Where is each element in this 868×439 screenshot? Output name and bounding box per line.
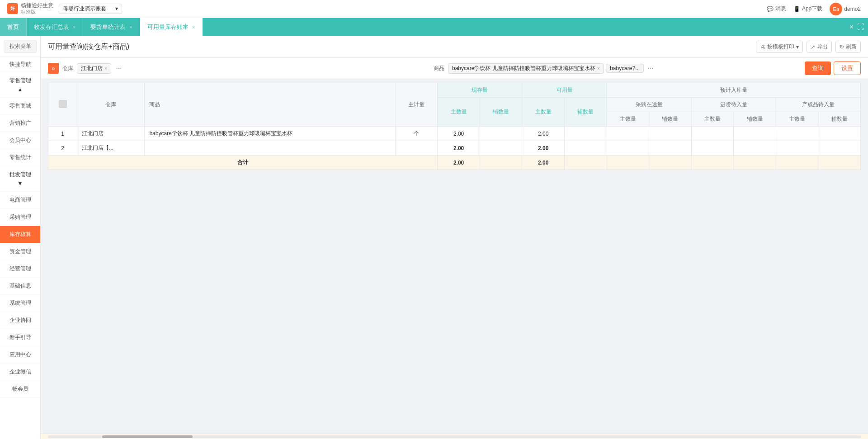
receipt-tab-label: 收发存汇总表 [34, 23, 69, 31]
search-menu-btn[interactable]: 搜索菜单 [4, 40, 37, 53]
filter-toggle-btn[interactable]: » [48, 63, 59, 74]
row1-current-aux [480, 127, 522, 141]
tab-available-stock[interactable]: 可用量库存账本 × [140, 18, 203, 36]
row2-production-main [776, 141, 818, 156]
setting-btn[interactable]: 设置 [834, 61, 861, 75]
export-label: 导出 [817, 43, 828, 51]
filter-toggle-icon: » [52, 65, 55, 72]
sidebar-item-member[interactable]: 畅会员 [0, 381, 40, 398]
tab-close-order[interactable]: × [129, 24, 132, 30]
total-avail-main: 2.00 [522, 156, 565, 170]
content-area: 可用量查询(按仓库+商品) 🖨 按模板打印 ▾ ↗ 导出 ↻ 刷新 [41, 36, 868, 439]
warehouse-filter-label: 仓库 [62, 65, 73, 72]
product-tag1-value: babycare学饮杯 儿童防摔防撞吸管杯重力球吸嘴杯宝宝水杯 [452, 65, 595, 72]
th-purchase-transit-aux: 辅数量 [649, 112, 692, 127]
export-btn[interactable]: ↗ 导出 [807, 41, 832, 53]
row2-purchase-aux [649, 141, 692, 156]
sidebar-quick-nav[interactable]: 快捷导航 [0, 57, 40, 72]
tab-receipt-summary[interactable]: 收发存汇总表 × [27, 18, 83, 36]
order-tab-label: 要货单统计表 [90, 23, 126, 31]
sidebar-item-retail-shop[interactable]: 零售商城 [0, 98, 40, 115]
refresh-btn[interactable]: ↻ 刷新 [835, 41, 861, 53]
settings-icon[interactable] [59, 100, 67, 108]
refresh-label: 刷新 [846, 43, 857, 51]
sidebar-item-purchase[interactable]: 采购管理 [0, 209, 40, 226]
sidebar-system-label: 系统管理 [9, 299, 31, 307]
avatar: Ea [830, 3, 842, 15]
print-arrow-icon: ▾ [796, 44, 799, 50]
row1-inbound-aux [734, 127, 776, 141]
sidebar-item-app-center[interactable]: 应用中心 [0, 346, 40, 363]
warehouse-tags: 江北门店 × ··· [77, 63, 430, 74]
tab-home[interactable]: 首页 [0, 18, 27, 36]
row2-avail-aux [565, 141, 607, 156]
row1-production-main [776, 127, 818, 141]
sidebar-operation-label: 经营管理 [9, 265, 31, 273]
row1-product: babycare学饮杯 儿童防摔防撞吸管杯重力球吸嘴杯宝宝水杯 [145, 127, 395, 141]
message-action[interactable]: 💬 消息 [767, 5, 786, 13]
th-current-main: 主数量 [438, 98, 480, 127]
sidebar-marketing-label: 营销推广 [9, 119, 31, 127]
data-table: 仓库 商品 主计量 现存量 可用量 预计入库量 主数量 辅数量 主数量 辅数量 … [48, 83, 861, 170]
sidebar-app-center-label: 应用中心 [9, 351, 31, 359]
export-icon: ↗ [811, 44, 815, 50]
th-available: 可用量 [522, 83, 607, 98]
th-settings [48, 83, 77, 127]
tab-bar-right: × ⛶ [846, 18, 868, 36]
sidebar-item-stock-check[interactable]: 库存核算 [0, 226, 40, 243]
tab-close-receipt[interactable]: × [73, 24, 75, 30]
sidebar-item-retail-stats[interactable]: 零售统计 [0, 149, 40, 166]
total-current-main: 2.00 [438, 156, 480, 170]
row2-unit [395, 141, 438, 156]
scroll-track[interactable] [48, 435, 861, 438]
tab-close-available[interactable]: × [192, 24, 195, 30]
row2-current-aux [480, 141, 522, 156]
tab-close-all-btn[interactable]: × [849, 23, 854, 31]
home-tab-label: 首页 [7, 23, 19, 31]
row1-avail-main: 2.00 [522, 127, 565, 141]
sidebar-item-enterprise-wechat[interactable]: 企业微信 [0, 363, 40, 381]
industry-label: 母婴行业演示账套 [63, 5, 106, 13]
app-download-action[interactable]: 📱 App下载 [793, 5, 822, 13]
industry-selector[interactable]: 母婴行业演示账套 ▾ [59, 4, 122, 14]
sidebar-item-new-guide[interactable]: 新手引导 [0, 329, 40, 346]
row2-production-aux [818, 141, 861, 156]
sidebar-item-wholesale-mgmt[interactable]: 批发管理 ▼ [0, 166, 40, 192]
query-btn[interactable]: 查询 [805, 61, 831, 75]
sidebar-wholesale-arrow: ▼ [18, 180, 23, 187]
sidebar-stock-check-label: 库存核算 [9, 231, 31, 238]
scroll-thumb[interactable] [102, 435, 193, 438]
sidebar-item-capital[interactable]: 资金管理 [0, 243, 40, 260]
row1-purchase-aux [649, 127, 692, 141]
row1-warehouse: 江北门店 [77, 127, 145, 141]
row2-inbound-aux [734, 141, 776, 156]
sidebar-item-member-center[interactable]: 会员中心 [0, 132, 40, 149]
th-purchase-transit-main: 主数量 [607, 112, 649, 127]
total-row: 合计 2.00 2.00 [48, 156, 861, 170]
sidebar-item-retail-mgmt[interactable]: 零售管理 ▲ [0, 72, 40, 98]
sidebar-item-marketing[interactable]: 营销推广 [0, 115, 40, 132]
sidebar-search-area: 搜索菜单 [0, 36, 40, 57]
product-more-icon[interactable]: ··· [646, 64, 655, 72]
warehouse-tag-close[interactable]: × [104, 66, 107, 71]
sidebar-item-basic-info[interactable]: 基础信息 [0, 278, 40, 295]
sidebar-retail-stats-label: 零售统计 [9, 154, 31, 161]
sidebar-item-system-mgmt[interactable]: 系统管理 [0, 295, 40, 312]
tab-order-stats[interactable]: 要货单统计表 × [83, 18, 140, 36]
available-tab-label: 可用量库存账本 [147, 23, 189, 31]
tab-expand-btn[interactable]: ⛶ [857, 23, 864, 31]
product-tag1-close[interactable]: × [597, 66, 600, 71]
th-inbound-pending: 进货待入量 [691, 98, 776, 112]
bottom-scroll [41, 434, 868, 439]
sidebar-item-ecommerce[interactable]: 电商管理 [0, 192, 40, 209]
message-label: 消息 [775, 5, 786, 13]
th-purchase-transit: 采购在途量 [607, 98, 691, 112]
row1-avail-aux [565, 127, 607, 141]
page-title: 可用量查询(按仓库+商品) [48, 42, 129, 52]
print-btn[interactable]: 🖨 按模板打印 ▾ [756, 41, 803, 53]
product-tag2-value: babycare?... [610, 65, 640, 71]
sidebar-item-enterprise-collab[interactable]: 企业协同 [0, 312, 40, 329]
user-action[interactable]: Ea demo2 [830, 3, 861, 15]
sidebar-item-operation[interactable]: 经营管理 [0, 260, 40, 278]
warehouse-more-icon[interactable]: ··· [113, 64, 123, 72]
